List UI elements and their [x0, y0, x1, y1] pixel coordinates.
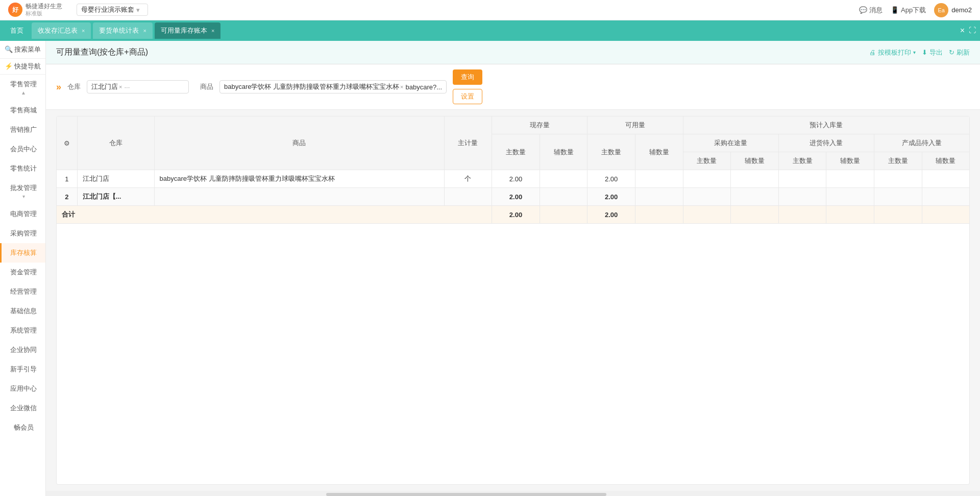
product-filter-input[interactable]: babycare学饮杯 儿童防摔防撞吸管杯重力球吸嘴杯宝宝水杯 × babyca…	[219, 80, 447, 93]
sidebar-item-ecommerce[interactable]: 电商管理	[0, 204, 45, 224]
row-available-main: 2.00	[587, 170, 635, 188]
page-header: 可用量查询(按仓库+商品) 🖨 按模板打印 ▾ ⬇ 导出 ↻ 刷新	[46, 41, 980, 64]
sidebar-item-purchase[interactable]: 采购管理	[0, 224, 45, 243]
tenant-selector[interactable]: 母婴行业演示账套 ▾	[77, 4, 148, 16]
sidebar-item-wholesale-mgmt[interactable]: 批发管理 ▾	[0, 178, 45, 204]
filter-bar: » 仓库 江北门店 × ··· 商品 babycare学饮杯 儿童防摔防撞吸管杯…	[46, 64, 980, 110]
col-current-stock: 现存量	[492, 116, 587, 134]
sidebar-item-retail-mgmt[interactable]: 零售管理 ▲	[0, 75, 45, 101]
sidebar-item-app-center[interactable]: 应用中心	[0, 379, 45, 398]
row-unit: 个	[444, 170, 492, 188]
action-buttons: 查询 设置	[453, 69, 482, 104]
sidebar-item-marketing[interactable]: 营销推广	[0, 120, 45, 139]
warehouse-more-icon[interactable]: ···	[124, 83, 130, 91]
print-icon: 🖨	[869, 49, 876, 56]
warehouse-tag: 江北门店 ×	[91, 82, 122, 91]
sidebar-wholesale-mgmt-label: 批发管理	[10, 183, 37, 193]
sidebar-item-operations[interactable]: 经营管理	[0, 282, 45, 301]
row-product-main	[874, 170, 922, 188]
col-available-aux: 辅数量	[635, 134, 683, 170]
sidebar: 🔍 搜索菜单 ⚡ 快捷导航 零售管理 ▲ 零售商城 营销推广 会员中心 零售统计…	[0, 41, 46, 496]
tab-receive-send-close[interactable]: ×	[82, 28, 85, 34]
sidebar-basic-info-label: 基础信息	[10, 306, 37, 316]
warehouse-tag-remove[interactable]: ×	[119, 84, 122, 90]
sidebar-item-finance[interactable]: 资金管理	[0, 263, 45, 282]
tab-order-stats-close[interactable]: ×	[143, 28, 146, 34]
message-button[interactable]: 💬 消息	[859, 6, 883, 15]
warehouse-filter-input[interactable]: 江北门店 × ···	[87, 80, 189, 93]
export-button[interactable]: ⬇ 导出	[922, 48, 943, 57]
row2-purchase-aux	[731, 188, 779, 206]
tab-fullscreen-icon[interactable]: ⛶	[969, 26, 976, 35]
product-filter-label: 商品	[200, 82, 213, 91]
sidebar-finance-label: 资金管理	[10, 268, 37, 277]
product-tag-1-remove[interactable]: ×	[400, 84, 403, 90]
col-purchase-main: 主数量	[683, 152, 731, 170]
logo-icon: 好	[8, 3, 22, 17]
download-icon: 📱	[891, 6, 899, 14]
row-inbound-aux	[826, 170, 874, 188]
sidebar-item-new-guide[interactable]: 新手引导	[0, 360, 45, 379]
sidebar-item-retail-stats[interactable]: 零售统计	[0, 159, 45, 178]
col-current-main: 主数量	[492, 134, 540, 170]
refresh-button[interactable]: ↻ 刷新	[949, 48, 970, 57]
product-tag-1-value: babycare学饮杯 儿童防摔防撞吸管杯重力球吸嘴杯宝宝水杯	[224, 82, 399, 91]
sidebar-item-enterprise[interactable]: 企业协同	[0, 340, 45, 360]
col-purchase-aux: 辅数量	[731, 152, 779, 170]
sidebar-item-member[interactable]: 畅会员	[0, 418, 45, 437]
col-current-aux: 辅数量	[540, 134, 587, 170]
col-product-aux: 辅数量	[922, 152, 969, 170]
print-button[interactable]: 🖨 按模板打印 ▾	[869, 48, 916, 57]
summary-current-main: 2.00	[492, 206, 540, 224]
product-tag-2: babycare?...	[406, 83, 443, 91]
main-layout: 🔍 搜索菜单 ⚡ 快捷导航 零售管理 ▲ 零售商城 营销推广 会员中心 零售统计…	[0, 41, 980, 496]
table-area: ⚙ 仓库 商品 主计量 现存量 可用量 预计入库量 主数量 辅数量 主数量 辅数…	[56, 116, 970, 485]
col-purchase-transit: 采购在途量	[683, 134, 778, 152]
tab-bar: 首页 收发存汇总表 × 要货单统计表 × 可用量库存账本 × × ⛶	[0, 20, 980, 41]
sidebar-item-enterprise-wx[interactable]: 企业微信	[0, 398, 45, 418]
summary-available-aux	[635, 206, 683, 224]
settings-button[interactable]: 设置	[453, 89, 482, 104]
col-product-pending: 产成品待入量	[874, 134, 969, 152]
sidebar-purchase-label: 采购管理	[10, 229, 37, 238]
filter-toggle-button[interactable]: »	[56, 82, 61, 92]
row-purchase-main	[683, 170, 731, 188]
tenant-name: 母婴行业演示账套	[81, 5, 134, 14]
tab-receive-send-label: 收发存汇总表	[38, 26, 78, 35]
sidebar-item-member-center[interactable]: 会员中心	[0, 139, 45, 159]
sidebar-member-label: 畅会员	[14, 423, 34, 432]
scrollbar-thumb[interactable]	[326, 493, 606, 496]
sidebar-quick-nav[interactable]: ⚡ 快捷导航	[0, 59, 45, 75]
user-area[interactable]: Ea demo2	[934, 3, 972, 17]
col-warehouse: 仓库	[77, 116, 154, 170]
product-tag-1: babycare学饮杯 儿童防摔防撞吸管杯重力球吸嘴杯宝宝水杯 ×	[224, 82, 404, 91]
col-settings-icon[interactable]: ⚙	[57, 116, 77, 170]
logo-text-block: 畅捷通好生意 标准版	[26, 3, 62, 17]
summary-available-main: 2.00	[587, 206, 635, 224]
tab-order-stats[interactable]: 要货单统计表 ×	[93, 22, 152, 39]
tab-home[interactable]: 首页	[4, 22, 30, 39]
logo-area: 好 畅捷通好生意 标准版	[8, 3, 62, 17]
tab-available-stock-close[interactable]: ×	[211, 28, 214, 34]
tab-receive-send[interactable]: 收发存汇总表 ×	[32, 22, 91, 39]
sidebar-search[interactable]: 🔍 搜索菜单	[0, 41, 45, 59]
tab-close-all-icon[interactable]: ×	[960, 26, 965, 35]
row2-warehouse: 江北门店【...	[77, 188, 154, 206]
summary-row: 合计 2.00 2.00	[57, 206, 969, 224]
sidebar-system-label: 系统管理	[10, 326, 37, 335]
sidebar-item-system[interactable]: 系统管理	[0, 321, 45, 340]
tab-order-stats-label: 要货单统计表	[99, 26, 139, 35]
tab-available-stock[interactable]: 可用量库存账本 ×	[155, 22, 220, 39]
sidebar-item-inventory[interactable]: 库存核算	[0, 243, 45, 263]
summary-purchase-aux	[731, 206, 779, 224]
sidebar-item-basic-info[interactable]: 基础信息	[0, 301, 45, 321]
query-button[interactable]: 查询	[453, 69, 482, 85]
col-unit: 主计量	[444, 116, 492, 170]
horizontal-scrollbar[interactable]	[46, 491, 980, 496]
page-title: 可用量查询(按仓库+商品)	[56, 47, 148, 58]
summary-inbound-main	[778, 206, 826, 224]
sidebar-item-retail-mall[interactable]: 零售商城	[0, 101, 45, 120]
col-inbound-main: 主数量	[778, 152, 826, 170]
chevron-up-icon: ▲	[21, 90, 26, 96]
download-button[interactable]: 📱 App下载	[891, 6, 926, 15]
